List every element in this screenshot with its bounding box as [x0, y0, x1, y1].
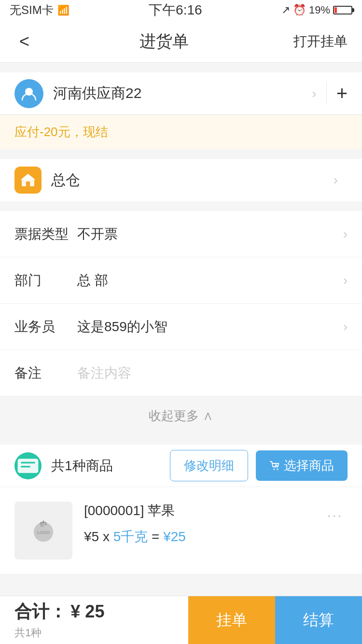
status-right: ↗ ⏰ 19%	[281, 4, 352, 16]
status-time: 下午6:16	[149, 1, 202, 19]
supplier-chevron-icon: ›	[312, 86, 316, 101]
invoice-type-row[interactable]: 票据类型 不开票 ›	[0, 211, 362, 257]
notice-banner: 应付-20元，现结	[0, 115, 362, 149]
total-label: 合计：	[14, 602, 67, 621]
salesperson-row[interactable]: 业务员 这是859的小智 ›	[0, 304, 362, 350]
form-section: 票据类型 不开票 › 部门 总 部 › 业务员 这是859的小智 › 备注 备注…	[0, 211, 362, 396]
collapse-row[interactable]: 收起更多 ∧	[0, 396, 362, 435]
battery-text: 19%	[309, 4, 330, 16]
warehouse-section: 总仓 ›	[0, 159, 362, 201]
product-count-text: 共1种商品	[51, 457, 170, 475]
salesperson-label: 业务员	[14, 318, 77, 336]
bottom-bar: 合计： ¥ 25 共1种 挂单 结算	[0, 596, 362, 644]
supplier-avatar	[14, 79, 43, 108]
select-product-label: 选择商品	[284, 457, 334, 474]
remark-placeholder: 备注内容	[77, 364, 348, 382]
divider-2	[0, 149, 362, 159]
total-amount: 合计： ¥ 25	[14, 600, 174, 624]
divider-1	[0, 63, 362, 72]
department-label: 部门	[14, 271, 77, 290]
cart-icon	[269, 461, 280, 471]
checkout-button[interactable]: 结算	[275, 596, 362, 644]
edit-detail-button[interactable]: 修改明细	[170, 450, 248, 481]
back-button[interactable]: <	[14, 27, 34, 56]
remark-row[interactable]: 备注 备注内容	[0, 350, 362, 396]
warehouse-row[interactable]: 总仓 ›	[0, 159, 362, 201]
nav-bar: < 进货单 打开挂单	[0, 20, 362, 63]
svg-rect-3	[26, 182, 30, 186]
equals-sign: =	[152, 529, 163, 544]
svg-marker-2	[21, 174, 35, 180]
status-bar: 无SIM卡 📶 下午6:16 ↗ ⏰ 19%	[0, 0, 362, 20]
remark-label: 备注	[14, 364, 77, 382]
supplier-name: 河南供应商22	[53, 84, 312, 103]
invoice-type-chevron: ›	[343, 226, 348, 242]
salesperson-chevron: ›	[343, 319, 348, 335]
wifi-icon: 📶	[57, 4, 70, 16]
warehouse-name: 总仓	[51, 170, 334, 190]
product-icon	[14, 452, 42, 479]
product-header: 共1种商品 修改明细 选择商品	[0, 445, 362, 487]
warehouse-chevron-icon: ›	[334, 172, 338, 188]
more-options-button[interactable]: ···	[322, 502, 348, 529]
total-value: ¥ 25	[70, 602, 104, 621]
multiply-sign: x	[103, 529, 113, 544]
warehouse-icon	[14, 167, 42, 194]
status-left: 无SIM卡 📶	[10, 2, 70, 18]
price-text: ¥5	[84, 529, 99, 544]
supplier-section: 河南供应商22 › + 应付-20元，现结	[0, 72, 362, 149]
svg-point-8	[277, 468, 278, 470]
divider-3	[0, 201, 362, 211]
alarm-icon: ⏰	[293, 4, 306, 16]
department-row[interactable]: 部门 总 部 ›	[0, 257, 362, 304]
open-hang-button[interactable]: 打开挂单	[293, 32, 348, 51]
svg-point-7	[274, 468, 275, 470]
product-thumbnail: 智+ LOGO	[14, 502, 72, 560]
total-text: ¥25	[163, 529, 186, 544]
department-value: 总 部	[77, 271, 343, 290]
invoice-type-value: 不开票	[77, 225, 343, 243]
battery-icon	[333, 6, 352, 14]
svg-text:LOGO: LOGO	[37, 530, 50, 535]
product-name: [0000001] 苹果	[84, 502, 322, 520]
invoice-type-label: 票据类型	[14, 225, 77, 243]
svg-rect-5	[21, 462, 35, 463]
page-title: 进货单	[139, 30, 189, 53]
svg-rect-6	[21, 466, 30, 467]
product-section: 共1种商品 修改明细 选择商品 智+ LOGO	[0, 445, 362, 574]
hang-order-button[interactable]: 挂单	[188, 596, 275, 644]
product-item: 智+ LOGO [0000001] 苹果 ¥5 x 5千克 = ¥25 ···	[0, 487, 362, 574]
select-product-button[interactable]: 选择商品	[256, 450, 348, 481]
department-chevron: ›	[343, 273, 348, 288]
product-info: [0000001] 苹果 ¥5 x 5千克 = ¥25	[84, 502, 322, 546]
carrier-text: 无SIM卡	[10, 2, 54, 18]
summary-area: 合计： ¥ 25 共1种	[0, 596, 188, 644]
supplier-row[interactable]: 河南供应商22 › +	[0, 72, 362, 115]
quantity-text: 5千克	[113, 529, 148, 544]
location-icon: ↗	[281, 4, 290, 16]
item-count: 共1种	[14, 626, 174, 640]
product-price: ¥5 x 5千克 = ¥25	[84, 528, 322, 546]
collapse-text: 收起更多 ∧	[149, 407, 213, 424]
salesperson-value: 这是859的小智	[77, 318, 343, 336]
add-button[interactable]: +	[326, 83, 348, 104]
